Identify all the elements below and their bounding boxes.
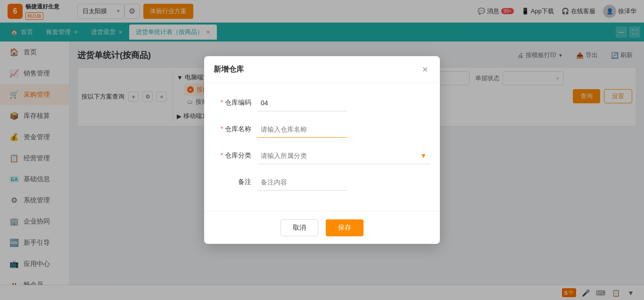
name-input-wrap <box>257 121 430 138</box>
code-form-row: 仓库编码 <box>214 94 430 111</box>
category-label: 仓库分类 <box>214 151 251 160</box>
category-form-row: 仓库分类 ▼ <box>214 147 430 164</box>
code-input-wrap <box>257 94 430 111</box>
modal-footer: 取消 保存 <box>204 211 440 244</box>
category-dropdown-icon[interactable]: ▼ <box>420 152 430 159</box>
modal-overlay[interactable]: 新增仓库 ✕ 仓库编码 仓库名称 <box>0 0 644 300</box>
name-label: 仓库名称 <box>214 125 251 133</box>
note-form-row: 备注 <box>214 174 430 191</box>
name-form-row: 仓库名称 <box>214 121 430 138</box>
modal-title: 新增仓库 <box>214 65 244 75</box>
category-input[interactable] <box>257 152 420 159</box>
category-select-wrap[interactable]: ▼ <box>257 147 430 164</box>
modal-close-button[interactable]: ✕ <box>419 64 430 75</box>
note-input[interactable] <box>257 174 347 191</box>
note-label: 备注 <box>214 178 251 186</box>
cancel-button[interactable]: 取消 <box>281 219 318 236</box>
page-wrapper: 6 畅捷通好生意 精品版 日太阳膜 ⚙ 体验行业方案 💬 消息 99+ 📱 <box>0 0 644 300</box>
modal-body: 仓库编码 仓库名称 仓库分类 ▼ <box>204 83 440 211</box>
name-input[interactable] <box>257 121 347 138</box>
note-input-wrap <box>257 174 430 191</box>
code-label: 仓库编码 <box>214 99 251 107</box>
save-button[interactable]: 保存 <box>326 219 363 236</box>
code-input[interactable] <box>257 94 347 111</box>
modal-header: 新增仓库 ✕ <box>204 56 440 83</box>
new-warehouse-modal: 新增仓库 ✕ 仓库编码 仓库名称 <box>204 56 440 244</box>
